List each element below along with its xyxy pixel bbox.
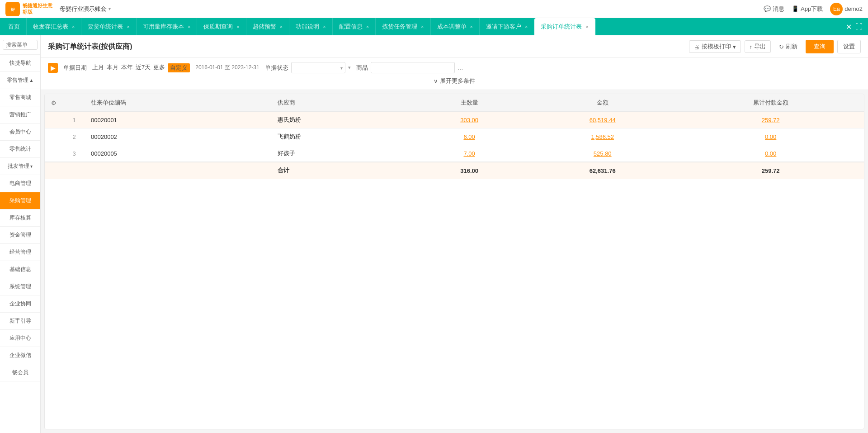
- sidebar-item-member-center[interactable]: 会员中心: [0, 124, 40, 141]
- close-icon[interactable]: ×: [421, 24, 424, 29]
- date-quick-this-year[interactable]: 本年: [121, 63, 133, 72]
- close-icon[interactable]: ×: [585, 24, 588, 29]
- close-icon[interactable]: ×: [323, 24, 326, 29]
- table-row: 3 00020005 好孩子 7.00 525.80 0.00: [45, 145, 864, 162]
- tab-config-info[interactable]: 配置信息 ×: [333, 18, 376, 35]
- status-select[interactable]: [291, 62, 345, 73]
- sidebar-item-marketing[interactable]: 营销推广: [0, 106, 40, 124]
- date-quick-options: 上月 本月 本年 近7天 更多 自定义: [92, 63, 190, 72]
- close-icon[interactable]: ×: [72, 24, 75, 29]
- sidebar-item-new-guide[interactable]: 新手引导: [0, 313, 40, 330]
- refresh-button[interactable]: ↻ 刷新: [774, 41, 802, 52]
- paid-amount-link[interactable]: 0.00: [765, 133, 776, 140]
- sidebar-item-quick-nav[interactable]: 快捷导航: [0, 55, 40, 72]
- tab-pick-task[interactable]: 拣货任务管理 ×: [376, 18, 430, 35]
- row-supplier-code: 00020001: [85, 112, 272, 128]
- print-button[interactable]: 🖨 按模板打印 ▾: [689, 40, 741, 53]
- date-quick-this-month[interactable]: 本月: [107, 63, 118, 72]
- tab-available-stock[interactable]: 可用量库存账本 ×: [137, 18, 197, 35]
- amount-link[interactable]: 525.80: [594, 150, 612, 157]
- row-num: 3: [63, 145, 85, 162]
- tab-cost-adjust[interactable]: 成本调整单 ×: [431, 18, 480, 35]
- expand-more-button[interactable]: ∨ 展开更多条件: [434, 77, 475, 85]
- paid-amount-link[interactable]: 0.00: [765, 150, 776, 157]
- refresh-icon: ↻: [779, 43, 784, 50]
- row-supplier-code: 00020002: [85, 128, 272, 145]
- close-icon[interactable]: ×: [280, 24, 283, 29]
- sidebar-item-ops-mgmt[interactable]: 经营管理: [0, 244, 40, 261]
- sidebar-item-retail-shop[interactable]: 零售商城: [0, 89, 40, 106]
- main-qty-link[interactable]: 303.00: [460, 117, 478, 124]
- query-button[interactable]: 查询: [806, 40, 834, 53]
- column-gear[interactable]: ⚙: [45, 94, 63, 112]
- main-qty-link[interactable]: 6.00: [464, 133, 475, 140]
- filter-row-1: ▶ 单据日期 上月 本月 本年 近7天 更多 自定义 2016-01-01 至 …: [48, 62, 861, 73]
- goods-input[interactable]: [371, 62, 455, 73]
- sidebar-item-vip-member[interactable]: 畅会员: [0, 364, 40, 381]
- row-supplier-name: 惠氏奶粉: [272, 112, 411, 128]
- tab-overstock-warning[interactable]: 超储预警 ×: [246, 18, 289, 35]
- sidebar-item-ecommerce-mgmt[interactable]: 电商管理: [0, 175, 40, 192]
- close-icon[interactable]: ×: [236, 24, 239, 29]
- column-amount: 金额: [528, 94, 677, 112]
- tab-warranty-query[interactable]: 保质期查询 ×: [197, 18, 246, 35]
- message-button[interactable]: 💬 消息: [764, 5, 784, 13]
- amount-link[interactable]: 1,586.52: [591, 133, 614, 140]
- data-table: ⚙ 往来单位编码 供应商 主数量 金额: [45, 94, 864, 179]
- footer-summary-label: 合计: [272, 162, 411, 179]
- close-icon[interactable]: ×: [188, 24, 190, 29]
- table-header-row: ⚙ 往来单位编码 供应商 主数量 金额: [45, 94, 864, 112]
- footer-empty-num: [63, 162, 85, 179]
- paid-amount-link[interactable]: 259.72: [762, 117, 780, 124]
- goods-filter: 商品 …: [356, 62, 463, 73]
- close-all-tabs-button[interactable]: ✕: [846, 23, 852, 31]
- settings-button[interactable]: 设置: [837, 40, 861, 53]
- sidebar-item-enterprise-wechat[interactable]: 企业微信: [0, 347, 40, 364]
- maximize-button[interactable]: ⛶: [855, 23, 863, 31]
- main-qty-link[interactable]: 7.00: [464, 150, 475, 157]
- sidebar-item-enterprise-collab[interactable]: 企业协同: [0, 295, 40, 313]
- sidebar: 快捷导航 零售管理 ▲ 零售商城 营销推广 会员中心 零售统计 批发管理 ▾ 电…: [0, 35, 41, 433]
- sidebar-item-retail-stats[interactable]: 零售统计: [0, 141, 40, 158]
- search-menu-input[interactable]: [3, 40, 38, 50]
- svg-text:好: 好: [10, 7, 15, 12]
- table-area: ⚙ 往来单位编码 供应商 主数量 金额: [44, 94, 864, 429]
- tab-requisition-summary[interactable]: 要货单统计表 ×: [81, 18, 136, 35]
- table-row: 2 00020002 飞鹤奶粉 6.00 1,586.52 0.00: [45, 128, 864, 145]
- tab-invite-downstream[interactable]: 邀请下游客户 ×: [480, 18, 534, 35]
- sidebar-item-sys-mgmt[interactable]: 系统管理: [0, 278, 40, 295]
- sidebar-item-purchase-mgmt[interactable]: 采购管理: [0, 192, 40, 209]
- tab-home[interactable]: 首页: [2, 18, 27, 35]
- user-profile[interactable]: Ea demo2: [830, 3, 863, 15]
- amount-link[interactable]: 60,519.44: [590, 117, 616, 124]
- tab-function-desc[interactable]: 功能说明 ×: [289, 18, 332, 35]
- print-icon: 🖨: [694, 43, 700, 50]
- sidebar-item-basic-info[interactable]: 基础信息: [0, 261, 40, 278]
- chevron-down-icon: ▲: [29, 78, 34, 83]
- close-icon[interactable]: ×: [127, 24, 129, 29]
- sidebar-item-inventory-check[interactable]: 库存核算: [0, 209, 40, 227]
- export-button[interactable]: ↑ 导出: [745, 40, 771, 53]
- date-quick-more[interactable]: 更多: [153, 63, 165, 72]
- sidebar-item-fund-mgmt[interactable]: 资金管理: [0, 227, 40, 244]
- close-icon[interactable]: ×: [470, 24, 473, 29]
- sidebar-item-wholesale-mgmt[interactable]: 批发管理 ▾: [0, 158, 40, 175]
- goods-more-icon[interactable]: …: [458, 64, 463, 71]
- tab-receive-summary[interactable]: 收发存汇总表 ×: [27, 18, 81, 35]
- top-bar: 好 畅捷通好生意 标版 母婴行业演示账套 ▾ 💬 消息 📱 App下载 Ea d…: [0, 0, 868, 18]
- filter-toggle-button[interactable]: ▶: [48, 63, 58, 73]
- date-quick-last-month[interactable]: 上月: [92, 63, 104, 72]
- workspace-selector[interactable]: 母婴行业演示账套 ▾: [56, 3, 114, 15]
- close-icon[interactable]: ×: [525, 24, 528, 29]
- sidebar-item-app-center[interactable]: 应用中心: [0, 330, 40, 347]
- close-icon[interactable]: ×: [366, 24, 369, 29]
- tab-purchase-summary[interactable]: 采购订单统计表 ×: [534, 18, 595, 35]
- date-quick-7days[interactable]: 近7天: [136, 63, 151, 72]
- sidebar-item-retail-mgmt[interactable]: 零售管理 ▲: [0, 72, 40, 89]
- date-range-display: 2016-01-01 至 2023-12-31: [195, 64, 259, 71]
- filter-area: ▶ 单据日期 上月 本月 本年 近7天 更多 自定义 2016-01-01 至 …: [41, 57, 868, 90]
- app-download-button[interactable]: 📱 App下载: [792, 5, 823, 13]
- row-amount: 1,586.52: [528, 128, 677, 145]
- row-amount: 525.80: [528, 145, 677, 162]
- date-filter-label: 单据日期: [63, 64, 87, 72]
